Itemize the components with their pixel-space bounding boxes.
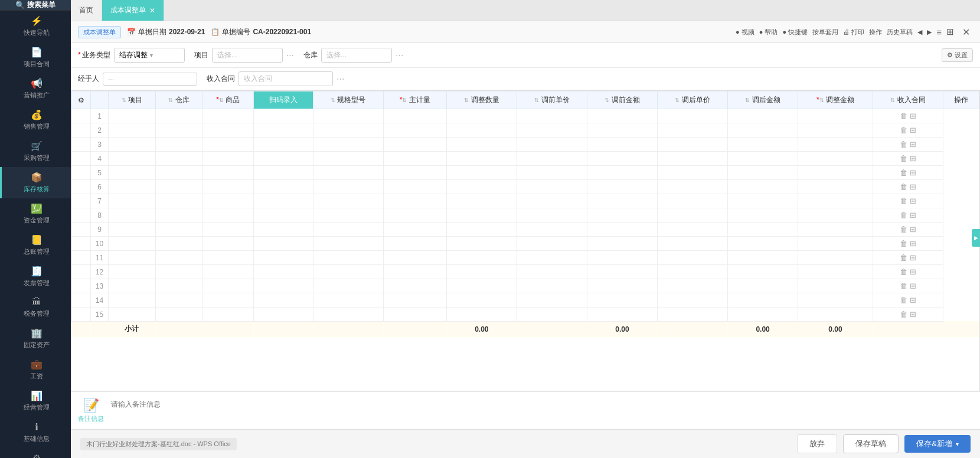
handler-input[interactable]: ··· <box>103 73 197 86</box>
row-data-cell[interactable] <box>313 279 383 293</box>
delete-row-icon[interactable]: 🗑 <box>900 225 907 234</box>
row-data-cell[interactable] <box>658 208 728 223</box>
row-data-cell[interactable] <box>728 251 798 265</box>
discard-button[interactable]: 放弃 <box>797 434 837 453</box>
row-data-cell[interactable] <box>517 208 587 223</box>
sidebar-item-ledger-mgmt[interactable]: 📒 总账管理 <box>0 230 71 261</box>
row-data-cell[interactable] <box>254 223 313 237</box>
save-new-button[interactable]: 保存&新增 ▾ <box>904 435 971 453</box>
row-data-cell[interactable] <box>313 138 383 152</box>
row-data-cell[interactable] <box>202 180 254 194</box>
tab-close-icon[interactable]: ✕ <box>149 6 155 15</box>
row-data-cell[interactable] <box>798 194 873 208</box>
row-data-cell[interactable] <box>728 166 798 180</box>
row-data-cell[interactable] <box>313 237 383 251</box>
sidebar-item-tax-mgmt[interactable]: 🏛 税务管理 <box>0 292 71 323</box>
row-data-cell[interactable] <box>728 109 798 123</box>
row-data-cell[interactable] <box>155 223 202 237</box>
row-data-cell[interactable] <box>446 109 517 123</box>
row-data-cell[interactable] <box>798 251 873 265</box>
view-grid-icon[interactable]: ⊞ <box>946 27 954 37</box>
row-data-cell[interactable] <box>446 237 517 251</box>
tab-cost-adjust[interactable]: 成本调整单 ✕ <box>102 0 164 21</box>
sidebar-item-project-contract[interactable]: 📄 项目合同 <box>0 42 71 73</box>
row-data-cell[interactable] <box>658 152 728 166</box>
row-data-cell[interactable] <box>313 251 383 265</box>
row-data-cell[interactable] <box>587 279 657 293</box>
row-data-cell[interactable] <box>254 293 313 307</box>
row-data-cell[interactable] <box>109 293 156 307</box>
row-data-cell[interactable] <box>109 223 156 237</box>
copy-row-icon[interactable]: ⊞ <box>910 253 916 262</box>
row-data-cell[interactable] <box>109 166 156 180</box>
row-data-cell[interactable] <box>202 138 254 152</box>
row-data-cell[interactable] <box>587 307 657 322</box>
save-draft-button[interactable]: 保存草稿 <box>843 434 899 453</box>
row-data-cell[interactable] <box>383 180 446 194</box>
row-data-cell[interactable] <box>202 109 254 123</box>
sidebar-item-purchase-mgmt[interactable]: 🛒 采购管理 <box>0 136 71 167</box>
row-data-cell[interactable] <box>728 307 798 322</box>
row-data-cell[interactable] <box>798 180 873 194</box>
copy-row-icon[interactable]: ⊞ <box>910 168 916 177</box>
row-data-cell[interactable] <box>658 251 728 265</box>
sidebar-item-payroll[interactable]: 💼 工资 <box>0 354 71 385</box>
row-data-cell[interactable] <box>587 166 657 180</box>
row-data-cell[interactable] <box>313 265 383 279</box>
sidebar-item-sales-mgmt[interactable]: 💰 销售管理 <box>0 104 71 136</box>
row-data-cell[interactable] <box>383 223 446 237</box>
row-data-cell[interactable] <box>254 152 313 166</box>
row-data-cell[interactable] <box>587 123 657 138</box>
row-data-cell[interactable] <box>587 194 657 208</box>
row-data-cell[interactable] <box>202 194 254 208</box>
row-data-cell[interactable] <box>798 109 873 123</box>
row-data-cell[interactable] <box>155 194 202 208</box>
row-data-cell[interactable] <box>109 152 156 166</box>
row-data-cell[interactable] <box>254 138 313 152</box>
row-data-cell[interactable] <box>728 265 798 279</box>
row-data-cell[interactable] <box>313 109 383 123</box>
row-data-cell[interactable] <box>446 208 517 223</box>
sidebar-item-inventory[interactable]: 📦 库存核算 <box>0 167 71 198</box>
copy-row-icon[interactable]: ⊞ <box>910 225 916 234</box>
row-data-cell[interactable] <box>446 279 517 293</box>
row-data-cell[interactable] <box>446 251 517 265</box>
row-data-cell[interactable] <box>798 237 873 251</box>
delete-row-icon[interactable]: 🗑 <box>900 310 907 319</box>
copy-row-icon[interactable]: ⊞ <box>910 267 916 276</box>
row-data-cell[interactable] <box>446 180 517 194</box>
row-data-cell[interactable] <box>446 307 517 322</box>
row-data-cell[interactable] <box>155 109 202 123</box>
row-data-cell[interactable] <box>313 166 383 180</box>
delete-row-icon[interactable]: 🗑 <box>900 296 907 305</box>
row-data-cell[interactable] <box>587 152 657 166</box>
row-data-cell[interactable] <box>202 223 254 237</box>
copy-row-icon[interactable]: ⊞ <box>910 182 916 191</box>
delete-row-icon[interactable]: 🗑 <box>900 267 907 276</box>
row-data-cell[interactable] <box>517 307 587 322</box>
row-data-cell[interactable] <box>658 223 728 237</box>
row-data-cell[interactable] <box>383 123 446 138</box>
row-data-cell[interactable] <box>109 251 156 265</box>
row-data-cell[interactable] <box>517 180 587 194</box>
delete-row-icon[interactable]: 🗑 <box>900 126 907 135</box>
row-data-cell[interactable] <box>517 293 587 307</box>
row-data-cell[interactable] <box>587 251 657 265</box>
copy-row-icon[interactable]: ⊞ <box>910 296 916 305</box>
row-data-cell[interactable] <box>658 237 728 251</box>
row-data-cell[interactable] <box>728 123 798 138</box>
row-data-cell[interactable] <box>202 265 254 279</box>
delete-row-icon[interactable]: 🗑 <box>900 112 907 120</box>
col-settings[interactable]: ⚙ <box>72 91 91 109</box>
action-history[interactable]: 历史草稿 <box>887 28 913 37</box>
row-data-cell[interactable] <box>446 152 517 166</box>
sidebar-item-sys-mgmt[interactable]: ⚙ 系统管理 <box>0 448 71 458</box>
project-more-icon[interactable]: ··· <box>286 50 294 61</box>
row-data-cell[interactable] <box>109 194 156 208</box>
row-data-cell[interactable] <box>254 123 313 138</box>
row-data-cell[interactable] <box>446 293 517 307</box>
row-data-cell[interactable] <box>658 138 728 152</box>
row-data-cell[interactable] <box>155 251 202 265</box>
sidebar-item-basic-info[interactable]: ℹ 基础信息 <box>0 417 71 448</box>
row-data-cell[interactable] <box>202 123 254 138</box>
